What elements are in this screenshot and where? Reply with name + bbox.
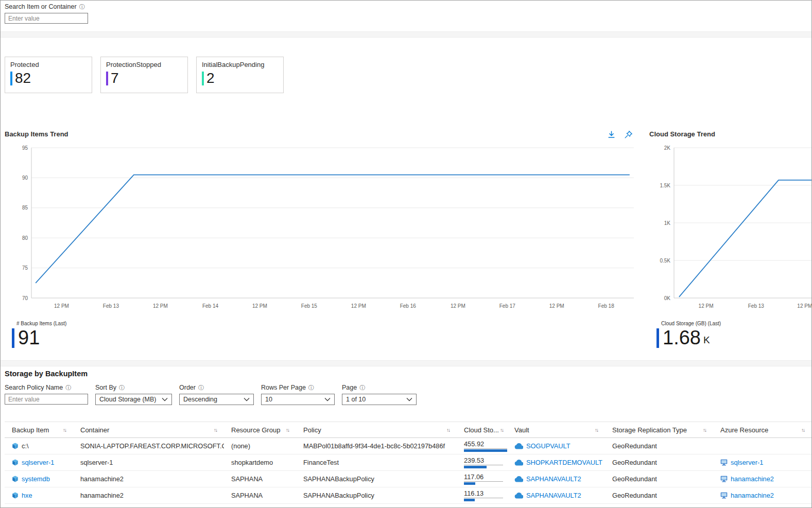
sort-by-dropdown[interactable]: Cloud Storage (MB) [95,394,172,405]
svg-text:12 PM: 12 PM [549,303,564,309]
kpi-label: Protected [10,61,87,68]
page-dropdown[interactable]: 1 of 10 [342,394,417,405]
backup-items-trend-chart: 70758085909512 PMFeb 1312 PMFeb 1412 PMF… [5,144,639,316]
kpi-tiles: Protected 82 ProtectionStopped 7 Initial… [5,57,284,93]
kpi-label: ProtectionStopped [106,61,182,68]
sort-arrows-icon: ↑↓ [801,427,804,433]
cell-backup-item: c:\ [5,442,73,450]
rows-per-page-dropdown[interactable]: 10 [261,394,335,405]
table-header: Backup Item ↑↓ Container ↑↓ Resource Gro… [5,422,811,438]
col-policy[interactable]: Policy ↑↓ [296,426,457,434]
svg-text:Feb 13: Feb 13 [748,303,765,309]
vault-link[interactable]: SHOPKARTDEMOVAULT [526,459,602,466]
col-container[interactable]: Container ↑↓ [73,426,224,434]
sort-arrows-icon: ↑↓ [286,427,289,433]
cloud-storage-bar [464,466,487,468]
cell-container: SONIA-LAPTOP.FAREAST.CORP.MICROSOFT.COM [73,442,224,450]
svg-text:Feb 13: Feb 13 [103,303,119,309]
cell-resource-group: shopkartdemo [224,459,296,466]
azure-resource-link[interactable]: hanamachine2 [731,492,774,499]
cloud-storage-bar [464,482,475,485]
svg-text:12 PM: 12 PM [451,303,465,309]
storage-section-title: Storage by BackupItem [5,370,88,378]
svg-text:Feb 16: Feb 16 [400,303,417,309]
cell-vault: SOGUPVAULT [507,442,605,450]
cell-policy: SAPHANABackupPolicy [296,492,457,499]
filter-order: Order ⓘ Descending [179,384,254,405]
summary-label: # Backup Items (Last) [16,321,639,326]
backup-item-cube-icon [12,476,19,482]
cell-container: sqlserver-1 [73,459,224,466]
svg-text:12 PM: 12 PM [153,303,168,309]
page-value: 1 of 10 [346,396,366,403]
cell-resource-group: (none) [224,442,296,450]
cloud-storage-trend-chart: 0K0.5K1K1.5K2K12 PMFeb 1312 PM [649,144,812,316]
info-icon: ⓘ [79,4,85,10]
vm-icon [720,459,728,466]
cloud-storage-summary: Cloud Storage (GB) (Last) 1.68 K [649,321,812,348]
chart-title: Cloud Storage Trend [649,130,812,144]
vault-link[interactable]: SOGUPVAULT [526,442,571,450]
col-resource-group[interactable]: Resource Group ↑↓ [224,426,296,434]
cloud-storage-bar [464,499,475,501]
cell-cloud-storage: 117.06 [457,473,507,485]
cell-resource-group: SAPHANA [224,475,296,483]
top-search: Search Item or Container ⓘ [5,3,88,24]
top-search-label-row: Search Item or Container ⓘ [5,3,88,10]
col-backup-item[interactable]: Backup Item ↑↓ [5,426,73,434]
cell-cloud-storage: 239.53 [457,457,507,468]
sort-arrows-icon: ↑↓ [500,427,503,433]
pin-icon[interactable] [624,130,633,139]
filter-label: Sort By [95,384,116,391]
table-row: sqlserver-1sqlserver-1shopkartdemoFinanc… [5,454,811,471]
cell-replication: GeoRedundant [605,459,713,466]
filter-page: Page ⓘ 1 of 10 [342,384,417,405]
table-row: systemdbhanamachine2SAPHANASAPHANABackup… [5,471,811,487]
cell-policy: FinanceTest [296,459,457,466]
backup-item-name[interactable]: sqlserver-1 [22,459,54,466]
azure-resource-link[interactable]: sqlserver-1 [731,459,763,466]
vm-icon [720,492,728,499]
backup-items-trend-panel: Backup Items Trend 70758085909512 PMFeb … [5,130,639,348]
kpi-accent-bar [202,72,204,85]
cloud-storage-value: 239.53 [464,457,503,465]
azure-resource-link[interactable]: hanamachine2 [731,475,774,483]
svg-text:80: 80 [22,235,28,241]
cell-policy: SAPHANABackupPolicy [296,475,457,483]
vault-link[interactable]: SAPHANAVAULT2 [526,492,581,499]
backup-items-summary: # Backup Items (Last) 91 [5,321,639,348]
chevron-down-icon [162,397,168,401]
download-icon[interactable] [607,130,616,139]
backup-item-name[interactable]: hxe [22,492,32,499]
svg-text:Feb 14: Feb 14 [202,303,219,309]
kpi-value: 7 [111,70,119,86]
summary-value: 91 [18,327,40,348]
cell-backup-item: hxe [5,492,73,499]
policy-search-input[interactable] [5,394,88,405]
col-azure-resource[interactable]: Azure Resource ↑↓ [713,426,811,434]
col-storage-replication-type[interactable]: Storage Replication Type ↑↓ [605,426,713,434]
vault-cloud-icon [514,443,523,449]
info-icon: ⓘ [308,385,314,391]
order-dropdown[interactable]: Descending [179,394,254,405]
filter-label: Search Policy Name [5,384,63,391]
sort-by-value: Cloud Storage (MB) [99,396,156,403]
vault-link[interactable]: SAPHANAVAULT2 [526,475,581,483]
filter-search-policy: Search Policy Name ⓘ [5,384,88,405]
cell-cloud-storage: 455.92 [457,440,507,452]
summary-value: 1.68 [663,327,701,348]
svg-text:0.5K: 0.5K [660,258,670,264]
svg-text:1K: 1K [664,220,671,226]
cell-container: hanamachine2 [73,475,224,483]
col-vault[interactable]: Vault ↑↓ [507,426,605,434]
item-container-search-input[interactable] [5,13,88,24]
vm-icon [720,476,728,482]
vault-cloud-icon [514,460,523,466]
backup-item-name[interactable]: systemdb [22,475,50,483]
cell-azure-resource: hanamachine2 [713,475,811,483]
svg-text:95: 95 [22,145,28,151]
sort-arrows-icon: ↑↓ [446,427,450,433]
cloud-storage-value: 455.92 [464,440,507,449]
col-cloud-storage[interactable]: Cloud Sto... ↑↓ [457,426,507,434]
kpi-initial-backup-pending: InitialBackupPending 2 [196,57,284,93]
